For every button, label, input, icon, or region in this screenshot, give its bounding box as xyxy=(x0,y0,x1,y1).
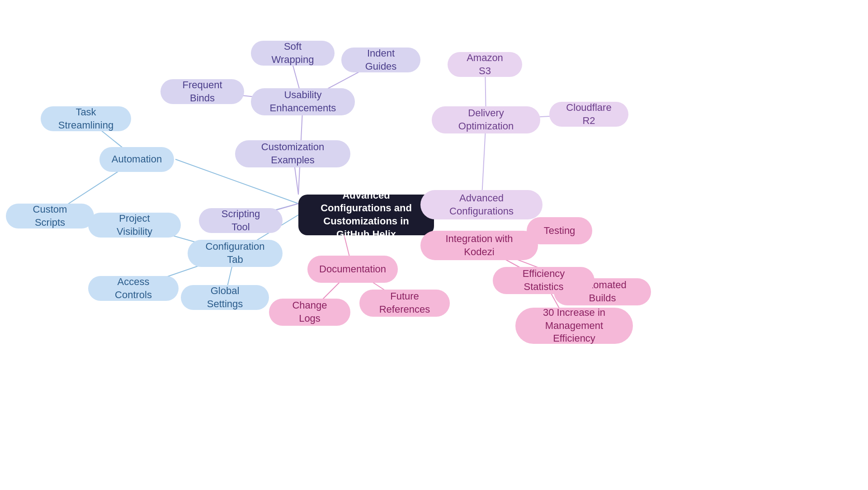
task-streamlining-node[interactable]: Task Streamlining xyxy=(41,106,131,131)
custom-scripts-node[interactable]: Custom Scripts xyxy=(6,204,94,228)
frequent-binds-label: Frequent Binds xyxy=(173,79,231,105)
future-references-node[interactable]: Future References xyxy=(359,290,450,317)
testing-node[interactable]: Testing xyxy=(527,217,592,244)
scripting-tool-node[interactable]: Scripting Tool xyxy=(199,208,283,233)
change-logs-node[interactable]: Change Logs xyxy=(269,299,350,326)
project-visibility-node[interactable]: Project Visibility xyxy=(88,213,181,238)
project-visibility-label: Project Visibility xyxy=(101,212,168,238)
frequent-binds-node[interactable]: Frequent Binds xyxy=(160,79,244,104)
automation-label: Automation xyxy=(112,153,162,166)
scripting-tool-label: Scripting Tool xyxy=(212,208,270,233)
global-settings-label: Global Settings xyxy=(193,285,256,310)
documentation-label: Documentation xyxy=(319,263,386,276)
integration-kodezi-label: Integration with Kodezi xyxy=(433,233,525,258)
center-label: Advanced Configurations and Customizatio… xyxy=(311,189,421,241)
efficiency-statistics-node[interactable]: Efficiency Statistics xyxy=(493,267,594,294)
indent-guides-node[interactable]: Indent Guides xyxy=(341,48,420,72)
center-node[interactable]: Advanced Configurations and Customizatio… xyxy=(298,195,434,235)
efficiency-statistics-label: Efficiency Statistics xyxy=(505,267,582,293)
amazon-s3-label: Amazon S3 xyxy=(460,52,509,77)
advanced-configurations-label: Advanced Configurations xyxy=(433,192,530,218)
customization-examples-node[interactable]: Customization Examples xyxy=(235,140,350,167)
custom-scripts-label: Custom Scripts xyxy=(19,203,81,229)
automation-node[interactable]: Automation xyxy=(99,147,174,172)
delivery-optimization-label: Delivery Optimization xyxy=(444,107,528,133)
soft-wrapping-label: Soft Wrapping xyxy=(264,40,322,66)
management-efficiency-node[interactable]: 30 Increase in Management Efficiency xyxy=(515,308,633,344)
soft-wrapping-node[interactable]: Soft Wrapping xyxy=(251,41,335,66)
change-logs-label: Change Logs xyxy=(282,299,338,325)
indent-guides-label: Indent Guides xyxy=(354,47,408,73)
integration-kodezi-node[interactable]: Integration with Kodezi xyxy=(420,231,538,260)
delivery-optimization-node[interactable]: Delivery Optimization xyxy=(432,106,540,133)
future-references-label: Future References xyxy=(372,290,437,316)
usability-label: Usability Enhancements xyxy=(264,89,342,114)
customization-examples-label: Customization Examples xyxy=(248,141,338,167)
advanced-configurations-node[interactable]: Advanced Configurations xyxy=(420,190,542,219)
access-controls-node[interactable]: Access Controls xyxy=(88,276,179,301)
configuration-tab-label: Configuration Tab xyxy=(200,240,270,266)
access-controls-label: Access Controls xyxy=(101,276,166,301)
management-efficiency-label: 30 Increase in Management Efficiency xyxy=(528,306,620,345)
amazon-s3-node[interactable]: Amazon S3 xyxy=(448,52,522,77)
configuration-tab-node[interactable]: Configuration Tab xyxy=(188,240,283,267)
usability-enhancements-node[interactable]: Usability Enhancements xyxy=(251,88,355,115)
cloudflare-r2-node[interactable]: Cloudflare R2 xyxy=(549,102,628,127)
cloudflare-r2-label: Cloudflare R2 xyxy=(562,101,616,127)
task-streamlining-label: Task Streamlining xyxy=(53,106,118,132)
global-settings-node[interactable]: Global Settings xyxy=(181,285,269,310)
documentation-node[interactable]: Documentation xyxy=(307,256,398,283)
testing-label: Testing xyxy=(544,224,576,238)
